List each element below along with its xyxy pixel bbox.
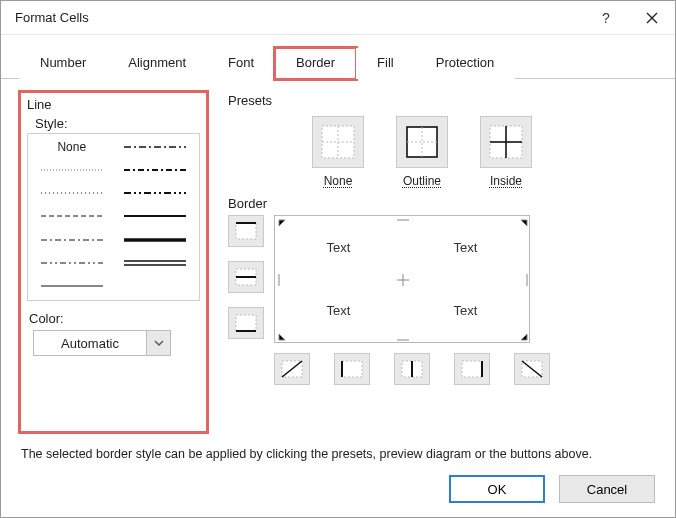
border-bottom-button[interactable]	[228, 307, 264, 339]
chevron-down-icon	[154, 340, 164, 346]
svg-rect-30	[342, 361, 362, 377]
border-vmid-button[interactable]	[394, 353, 430, 385]
preset-inside-icon	[489, 125, 523, 159]
tab-protection[interactable]: Protection	[415, 48, 516, 79]
border-diag-down-button[interactable]	[514, 353, 550, 385]
border-left-icon	[340, 359, 364, 379]
border-diag-up-button[interactable]	[274, 353, 310, 385]
border-left-button[interactable]	[334, 353, 370, 385]
border-bottom-icon	[234, 313, 258, 333]
svg-rect-22	[236, 223, 256, 239]
title-bar: Format Cells ?	[1, 1, 675, 35]
preset-none-icon	[321, 125, 355, 159]
help-button[interactable]: ?	[583, 3, 629, 33]
line-style-dash-dot[interactable]	[34, 231, 110, 249]
ok-button[interactable]: OK	[449, 475, 545, 503]
tab-font[interactable]: Font	[207, 48, 275, 79]
presets-group-label: Presets	[228, 93, 655, 108]
line-style-hair[interactable]	[34, 161, 110, 179]
dialog-footer: OK Cancel	[1, 461, 675, 517]
color-dropdown[interactable]: Automatic	[33, 330, 171, 356]
line-style-thick[interactable]	[118, 231, 194, 249]
border-hmid-icon	[234, 267, 258, 287]
format-cells-dialog: Format Cells ? Number Alignment Font Bor…	[0, 0, 676, 518]
tab-border[interactable]: Border	[275, 48, 356, 79]
line-style-picker[interactable]: None	[27, 133, 200, 301]
preset-outline-icon	[405, 125, 439, 159]
preset-inside-label: Inside	[490, 174, 522, 188]
border-right-icon	[460, 359, 484, 379]
line-style-dash-dot-dot[interactable]	[34, 254, 110, 272]
cancel-button[interactable]: Cancel	[559, 475, 655, 503]
border-vmid-icon	[400, 359, 424, 379]
tabs: Number Alignment Font Border Fill Protec…	[1, 35, 675, 79]
presets-row: None Outline Inside	[228, 112, 655, 196]
border-top-button[interactable]	[228, 215, 264, 247]
line-style-dotted[interactable]	[34, 184, 110, 202]
line-style-dash-dd[interactable]	[118, 184, 194, 202]
line-group-label: Line	[27, 97, 200, 112]
svg-rect-26	[236, 315, 256, 331]
color-value: Automatic	[34, 336, 146, 351]
tab-number[interactable]: Number	[19, 48, 107, 79]
border-preview[interactable]: Text Text Text Text	[274, 215, 530, 343]
border-right-button[interactable]	[454, 353, 490, 385]
line-style-medium[interactable]	[118, 207, 194, 225]
tab-fill[interactable]: Fill	[356, 48, 415, 79]
style-label: Style:	[35, 116, 200, 131]
line-style-double[interactable]	[118, 254, 194, 272]
border-diag-up-icon	[280, 359, 304, 379]
svg-rect-34	[462, 361, 482, 377]
border-diag-down-icon	[520, 359, 544, 379]
tab-alignment[interactable]: Alignment	[107, 48, 207, 79]
close-button[interactable]	[629, 3, 675, 33]
line-style-dashed[interactable]	[34, 207, 110, 225]
border-hmid-button[interactable]	[228, 261, 264, 293]
line-style-thin[interactable]	[34, 277, 110, 295]
preset-outline-label: Outline	[403, 174, 441, 188]
window-title: Format Cells	[15, 10, 89, 25]
preset-inside[interactable]	[480, 116, 532, 168]
border-top-icon	[234, 221, 258, 241]
preset-outline[interactable]	[396, 116, 448, 168]
border-group-label: Border	[228, 196, 655, 211]
line-group: Line Style: None Color: Automatic	[21, 93, 206, 431]
color-dropdown-button[interactable]	[146, 331, 170, 355]
hint-text: The selected border style can be applied…	[1, 439, 675, 461]
color-label: Color:	[29, 311, 200, 326]
preset-none-label: None	[324, 174, 353, 188]
line-style-dash-dot-2[interactable]	[118, 138, 194, 156]
close-icon	[646, 12, 658, 24]
line-style-none[interactable]: None	[34, 138, 110, 156]
line-style-dash-dot-med[interactable]	[118, 161, 194, 179]
preset-none[interactable]	[312, 116, 364, 168]
